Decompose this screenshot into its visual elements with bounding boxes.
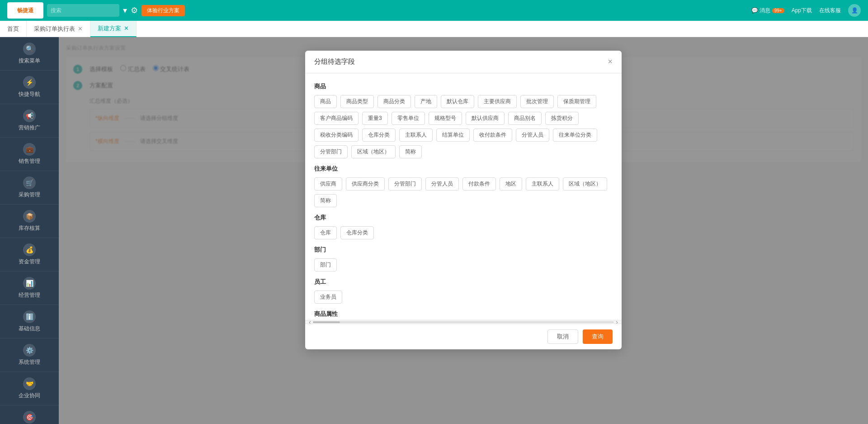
tab-new-plan[interactable]: 新建方案 ✕ <box>90 21 137 37</box>
sidebar-item-sales[interactable]: 💼 销售管理 <box>0 138 59 171</box>
field-tag[interactable]: 商品 <box>314 95 337 108</box>
field-tag[interactable]: 供应商 <box>314 177 342 191</box>
user-avatar[interactable]: 👤 <box>848 4 861 17</box>
section-product-title: 商品 <box>314 82 613 91</box>
field-tag[interactable]: 仓库 <box>314 226 337 239</box>
message-area[interactable]: 💬 消息 99+ <box>751 7 784 14</box>
field-tag[interactable]: 收付款条件 <box>473 129 512 142</box>
modal-horizontal-scrollbar[interactable]: ‹ › <box>305 320 622 324</box>
basicinfo-icon: ℹ️ <box>23 310 36 323</box>
field-tag[interactable]: 简称 <box>399 145 422 158</box>
sidebar-item-inventory[interactable]: 📦 库存核算 <box>0 205 59 238</box>
confirm-button[interactable]: 查询 <box>583 329 613 344</box>
field-tag[interactable]: 结算单位 <box>436 129 470 142</box>
field-tag[interactable]: 仓库分类 <box>362 129 396 142</box>
dropdown-icon[interactable]: ▾ <box>123 5 127 15</box>
tab-home[interactable]: 首页 <box>0 21 27 37</box>
field-tag[interactable]: 部门 <box>314 258 337 272</box>
field-tag[interactable]: 区域（地区） <box>351 145 396 158</box>
field-tag[interactable]: 业务员 <box>314 291 342 304</box>
field-tag[interactable]: 默认仓库 <box>441 95 474 108</box>
partner-fields-grid: 供应商 供应商分类 分管部门 分管人员 付款条件 地区 主联系人 区域（地区） … <box>314 177 613 207</box>
field-tag[interactable]: 分管部门 <box>314 145 348 158</box>
field-tag[interactable]: 商品分类 <box>377 95 411 108</box>
field-tag[interactable]: 税收分类编码 <box>314 129 359 142</box>
sidebar-item-marketing[interactable]: 📢 营销推广 <box>0 104 59 138</box>
field-tag[interactable]: 分管人员 <box>516 129 549 142</box>
sidebar-item-newbie[interactable]: 🎯 新手引导 <box>0 405 59 424</box>
trial-button[interactable]: 体验行业方案 <box>142 5 185 16</box>
field-tag[interactable]: 保质期管理 <box>557 95 596 108</box>
system-icon: ⚙️ <box>23 344 36 357</box>
operations-icon: 📊 <box>23 277 36 290</box>
sidebar-item-quicknav[interactable]: ⚡ 快捷导航 <box>0 71 59 104</box>
field-tag[interactable]: 分管部门 <box>388 177 422 191</box>
field-select-modal: 分组待选字段 × 商品 商品 商品类型 商品分类 产地 默认仓库 <box>305 51 622 349</box>
field-tag[interactable]: 往来单位分类 <box>553 129 597 142</box>
field-tag[interactable]: 简称 <box>314 194 337 207</box>
field-tag[interactable]: 批次管理 <box>520 95 554 108</box>
tab-purchase-close-icon[interactable]: ✕ <box>78 25 83 32</box>
field-tag[interactable]: 默认供应商 <box>466 112 505 125</box>
field-tag[interactable]: 仓库分类 <box>340 226 374 239</box>
section-dept-title: 部门 <box>314 246 613 254</box>
finance-icon: 💰 <box>23 243 36 256</box>
online-service-link[interactable]: 在线客服 <box>819 7 841 14</box>
modal-body: 商品 商品 商品类型 商品分类 产地 默认仓库 主要供应商 批次管理 保质期管理… <box>305 73 622 320</box>
field-tag[interactable]: 付款条件 <box>462 177 496 191</box>
modal-title: 分组待选字段 <box>314 57 355 66</box>
settings-icon[interactable]: ⚙ <box>131 5 138 15</box>
section-staff-title: 员工 <box>314 278 613 286</box>
field-tag[interactable]: 拣货积分 <box>545 112 579 125</box>
collab-icon: 🤝 <box>23 377 36 390</box>
top-nav-center: ▾ ⚙ 体验行业方案 <box>47 4 748 17</box>
sidebar-item-finance[interactable]: 💰 资金管理 <box>0 238 59 272</box>
newbie-icon: 🎯 <box>23 411 36 424</box>
tab-new-plan-close-icon[interactable]: ✕ <box>124 25 129 32</box>
field-tag[interactable]: 零售单位 <box>392 112 425 125</box>
hscroll-thumb[interactable] <box>313 321 340 323</box>
tab-purchase-order[interactable]: 采购订单执行表 ✕ <box>27 21 90 37</box>
field-tag[interactable]: 产地 <box>415 95 437 108</box>
field-tag[interactable]: 地区 <box>500 177 522 191</box>
section-staff: 员工 业务员 <box>314 278 613 304</box>
field-tag[interactable]: 主要供应商 <box>478 95 517 108</box>
field-tag[interactable]: 规格型号 <box>429 112 462 125</box>
sidebar-item-basicinfo[interactable]: ℹ️ 基础信息 <box>0 305 59 338</box>
field-tag[interactable]: 分管人员 <box>425 177 459 191</box>
sales-icon: 💼 <box>23 143 36 156</box>
sidebar: 🔍 搜索菜单 ⚡ 快捷导航 📢 营销推广 💼 销售管理 🛒 采购管理 📦 库存核… <box>0 37 59 424</box>
inventory-icon: 📦 <box>23 210 36 223</box>
field-tag[interactable]: 客户商品编码 <box>314 112 359 125</box>
sidebar-item-search[interactable]: 🔍 搜索菜单 <box>0 37 59 71</box>
search-icon: 🔍 <box>23 43 36 55</box>
section-product: 商品 商品 商品类型 商品分类 产地 默认仓库 主要供应商 批次管理 保质期管理… <box>314 82 613 158</box>
dept-fields-grid: 部门 <box>314 258 613 272</box>
sidebar-item-operations[interactable]: 📊 经营管理 <box>0 272 59 305</box>
field-tag[interactable]: 供应商分类 <box>346 177 385 191</box>
top-nav-right: 💬 消息 99+ App下载 在线客服 👤 <box>751 4 861 17</box>
field-tag[interactable]: 商品别名 <box>508 112 542 125</box>
content-area: 采购订单执行表方案设置 1 选择模板 汇总表 交叉统计表 2 方案配置 汇总维度… <box>59 37 868 424</box>
quicknav-icon: ⚡ <box>23 76 36 89</box>
sidebar-item-purchase[interactable]: 🛒 采购管理 <box>0 171 59 205</box>
product-fields-grid: 商品 商品类型 商品分类 产地 默认仓库 主要供应商 批次管理 保质期管理 客户… <box>314 95 613 158</box>
warehouse-fields-grid: 仓库 仓库分类 <box>314 226 613 239</box>
field-tag[interactable]: 区域（地区） <box>563 177 607 191</box>
modal-close-button[interactable]: × <box>608 57 613 67</box>
cancel-button[interactable]: 取消 <box>547 329 578 344</box>
field-tag[interactable]: 商品类型 <box>340 95 374 108</box>
field-tag[interactable]: 重量3 <box>362 112 388 125</box>
field-tag[interactable]: 主联系人 <box>526 177 559 191</box>
field-tag[interactable]: 主联系人 <box>399 129 433 142</box>
section-product-attr-title: 商品属性 <box>314 310 613 318</box>
hscroll-track[interactable] <box>313 321 613 323</box>
section-partner-title: 往来单位 <box>314 165 613 173</box>
modal-header: 分组待选字段 × <box>305 51 622 73</box>
sidebar-item-system[interactable]: ⚙️ 系统管理 <box>0 338 59 372</box>
tab-bar: 首页 采购订单执行表 ✕ 新建方案 ✕ <box>0 21 868 37</box>
sidebar-item-collab[interactable]: 🤝 企业协同 <box>0 372 59 405</box>
message-badge: 99+ <box>772 8 784 13</box>
app-download-link[interactable]: App下载 <box>792 7 812 14</box>
search-input[interactable] <box>47 4 119 17</box>
